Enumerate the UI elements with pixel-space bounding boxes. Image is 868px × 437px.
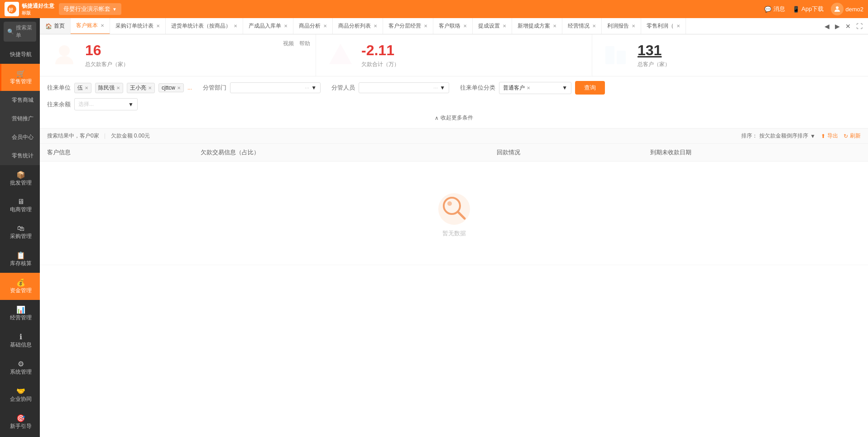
tab-scroll-right-btn[interactable]: ▶ [833, 22, 842, 31]
tab-close-all-btn[interactable]: ✕ [844, 22, 853, 31]
refresh-button[interactable]: ↻ 刷新 [844, 132, 861, 140]
tab-accounts-close[interactable]: ✕ [101, 23, 104, 28]
sidebar-item-quick-nav[interactable]: 快捷导航 [0, 45, 40, 64]
tab-retail-profit[interactable]: 零售利润（ ✕ [641, 18, 686, 34]
sidebar-search-area[interactable]: 🔍 搜索菜单 [0, 18, 40, 45]
refresh-label: 刷新 [850, 132, 861, 140]
tab-goods-analysis-list[interactable]: 商品分析列表 ✕ [333, 18, 383, 34]
tab-customer-contact[interactable]: 客户联络 ✕ [433, 18, 473, 34]
filter-tag-cjttcw: cjttcw ✕ [158, 83, 184, 92]
sidebar-item-retail[interactable]: 🛒 零售管理 [0, 64, 40, 91]
tab-purchase-orders-close[interactable]: ✕ [156, 24, 160, 28]
help-link[interactable]: 帮助 [299, 40, 310, 48]
account-dropdown[interactable]: 母婴行业演示帐套 ▼ [59, 3, 121, 15]
tab-prompt-settings-close[interactable]: ✕ [503, 24, 506, 28]
total-customers-value[interactable]: 131 [638, 42, 670, 59]
sidebar-item-enterprise-coop[interactable]: 🤝 企业协同 [0, 381, 40, 408]
filter-tag-cjttcw-close[interactable]: ✕ [177, 86, 181, 90]
tab-production-inbound[interactable]: 产成品入库单 ✕ [243, 18, 293, 34]
tab-inbound-stats[interactable]: 进货单统计表（按商品） ✕ [166, 18, 243, 34]
sidebar-item-operation[interactable]: 📊 经营管理 [0, 300, 40, 327]
result-actions: 排序： 按欠款金额倒序排序 ▼ ⬆ 导出 ↻ 刷新 [741, 132, 861, 140]
operation-label: 经营管理 [5, 314, 36, 322]
sidebar-item-inventory[interactable]: 📋 库存核算 [0, 246, 40, 273]
tab-inbound-stats-close[interactable]: ✕ [234, 24, 237, 28]
sort-button[interactable]: 排序： 按欠款金额倒序排序 ▼ [741, 132, 815, 140]
sort-text: 按欠款金额倒序排序 [759, 132, 808, 140]
sidebar-item-purchase[interactable]: 🛍 采购管理 [0, 219, 40, 246]
tab-goods-analysis[interactable]: 商品分析 ✕ [293, 18, 333, 34]
search-result-text: 搜索结果中，客户0家 [47, 133, 99, 139]
logo-subtext: 标版 [22, 10, 54, 16]
app-download-btn[interactable]: 📱 App下载 [792, 5, 824, 13]
person-dropdown[interactable]: ··· ▼ [359, 82, 449, 93]
filter-tag-wang-close[interactable]: ✕ [148, 86, 152, 90]
tab-retail-profit-label: 零售利润（ [647, 22, 674, 30]
person-filter-label: 分管人员 [331, 84, 355, 92]
sidebar-item-retail-mall[interactable]: 零售商城 [0, 91, 40, 109]
video-link[interactable]: 视频 [283, 40, 294, 48]
table-col-debt-info: 欠款交易信息（占比） [193, 144, 489, 162]
filter-tag-wu-close[interactable]: ✕ [85, 86, 88, 90]
tab-prompt-settings[interactable]: 提成设置 ✕ [473, 18, 512, 34]
export-button[interactable]: ⬆ 导出 [821, 132, 838, 140]
collapse-button[interactable]: ∧ 收起更多条件 [435, 114, 473, 122]
unit-category-tag-close[interactable]: ✕ [527, 86, 530, 90]
tab-profit-report-label: 利润报告 [607, 22, 629, 30]
table-body: 暂无数据 [40, 162, 868, 265]
unit-category-dropdown[interactable]: 普通客户 ✕ ▼ [499, 82, 571, 94]
wholesale-icon: 📦 [5, 171, 36, 179]
purchase-icon: 🛍 [5, 224, 36, 233]
summary-top-right: 视频 帮助 [283, 40, 310, 48]
sidebar-item-wholesale[interactable]: 📦 批发管理 [0, 165, 40, 192]
sidebar-item-finance[interactable]: 💰 资金管理 [0, 273, 40, 300]
dept-dropdown[interactable]: ··· ▼ [230, 82, 321, 93]
tab-accounts[interactable]: 客户账本 ✕ [71, 18, 110, 34]
balance-dropdown[interactable]: 选择... ▼ [74, 98, 138, 110]
sidebar-item-system[interactable]: ⚙ 系统管理 [0, 354, 40, 381]
svg-rect-6 [617, 51, 626, 64]
tab-customer-tier-close[interactable]: ✕ [424, 24, 427, 28]
filter-tag-chen-close[interactable]: ✕ [116, 86, 120, 90]
tab-retail-profit-close[interactable]: ✕ [676, 24, 680, 28]
tab-customer-tier[interactable]: 客户分层经营 ✕ [383, 18, 433, 34]
user-profile[interactable]: demo2 [831, 3, 863, 15]
tab-production-inbound-close[interactable]: ✕ [284, 24, 288, 28]
sidebar-item-member[interactable]: 会员中心 [0, 128, 40, 147]
page-content: 16 总欠款客户（家） 视频 帮助 + [40, 34, 868, 437]
tab-new-achievement[interactable]: 新增提成方案 ✕ [512, 18, 562, 34]
top-bar: 好 畅捷通好生意 标版 母婴行业演示帐套 ▼ 💬 消息 📱 App下载 [0, 0, 868, 18]
tab-home[interactable]: 🏠 首页 [40, 18, 71, 34]
dept-dropdown-more: ··· [305, 85, 309, 91]
sidebar-item-basic[interactable]: ℹ 基础信息 [0, 327, 40, 354]
tab-operation-status[interactable]: 经营情况 ✕ [562, 18, 602, 34]
tab-accounts-label: 客户账本 [76, 22, 98, 29]
system-icon: ⚙ [5, 360, 36, 368]
empty-row: 暂无数据 [40, 162, 868, 265]
tab-customer-contact-close[interactable]: ✕ [463, 24, 467, 28]
sidebar-item-marketing[interactable]: 营销推广 [0, 109, 40, 128]
tab-scroll-left-btn[interactable]: ◀ [823, 22, 831, 31]
query-button[interactable]: 查询 [575, 81, 605, 95]
tab-goods-analysis-list-close[interactable]: ✕ [374, 24, 377, 28]
mobile-icon: 📱 [792, 6, 800, 13]
more-unit-tags[interactable]: ... [187, 85, 192, 91]
search-menu-btn[interactable]: 🔍 搜索菜单 [4, 22, 36, 42]
tab-profit-report[interactable]: 利润报告 ✕ [602, 18, 641, 34]
filter-tag-chen-text: 陈民强 [98, 84, 115, 92]
message-btn[interactable]: 💬 消息 [764, 5, 785, 13]
tab-goods-analysis-close[interactable]: ✕ [323, 24, 327, 28]
tab-new-achievement-close[interactable]: ✕ [553, 24, 556, 28]
tab-profit-report-close[interactable]: ✕ [632, 24, 635, 28]
tab-bar: 🏠 首页 客户账本 ✕ 采购订单统计表 ✕ 进货单统计表（按商品） ✕ 产成品入… [40, 18, 868, 34]
top-right-area: 💬 消息 📱 App下载 demo2 [764, 3, 863, 15]
finance-label: 资金管理 [5, 287, 36, 294]
tab-maximize-btn[interactable]: ⛶ [854, 22, 864, 31]
sidebar-item-retail-stats[interactable]: 零售统计 [0, 147, 40, 165]
tab-operation-status-close[interactable]: ✕ [592, 24, 596, 28]
export-label: 导出 [827, 132, 838, 140]
sidebar-item-ecommerce[interactable]: 🖥 电商管理 [0, 192, 40, 219]
sidebar-item-newbie[interactable]: 🎯 新手引导 [0, 408, 40, 436]
tab-purchase-orders[interactable]: 采购订单统计表 ✕ [110, 18, 166, 34]
data-table: 客户信息 欠款交易信息（占比） 回款情况 到期未收款日期 [40, 144, 868, 265]
